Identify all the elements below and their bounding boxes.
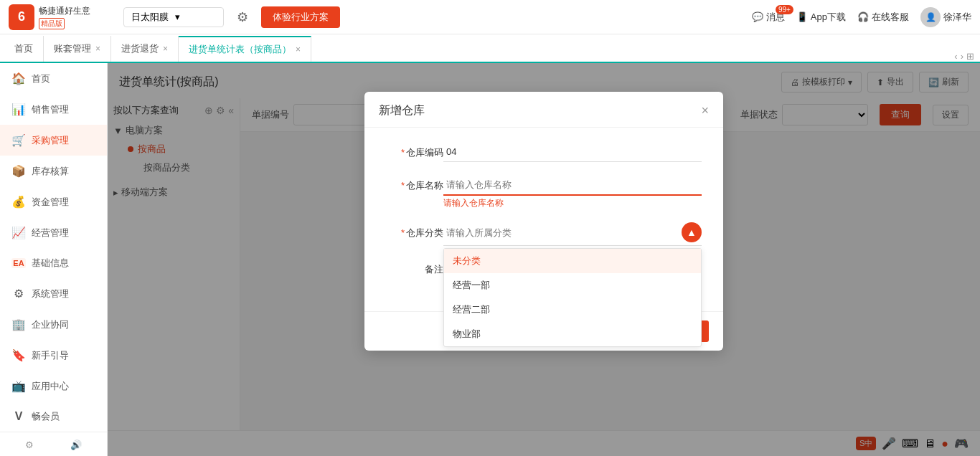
new-warehouse-dialog: 新增仓库 × 仓库编码 仓库名称 [364, 92, 723, 351]
tab-nav-left-icon[interactable]: ‹ [954, 51, 957, 62]
warehouse-name-row: 仓库名称 请输入仓库名称 [386, 175, 702, 209]
user-item[interactable]: 👤 徐泽华 [920, 7, 971, 27]
trial-button[interactable]: 体验行业方案 [261, 6, 340, 28]
sidebar-item-guide[interactable]: 🔖 新手引导 [0, 340, 107, 371]
tab-close-icon[interactable]: × [296, 44, 301, 54]
top-header: 6 畅捷通好生意 精品版 日太阳膜 ⚙ 体验行业方案 💬 消息 99+ 📱 Ap… [0, 0, 980, 34]
remark-label: 备注 [386, 259, 443, 276]
tab-close-icon[interactable]: × [95, 44, 100, 54]
category-dropdown: 未分类 经营一部 经营二部 物业部 [443, 248, 702, 347]
warehouse-name-error: 请输入仓库名称 [443, 197, 702, 209]
warehouse-category-label: 仓库分类 [386, 222, 443, 239]
category-input-wrapper: ▲ [443, 222, 702, 246]
category-option-dept1[interactable]: 经营一部 [444, 273, 701, 298]
purchase-icon: 🛒 [11, 133, 26, 147]
tab-purchase-return[interactable]: 进货退货 × [111, 36, 179, 62]
dialog-body: 仓库编码 仓库名称 请输入仓库名称 [364, 128, 723, 311]
sidebar-item-system[interactable]: ⚙ 系统管理 [0, 278, 107, 309]
settings-gear-icon[interactable]: ⚙ [25, 440, 34, 450]
sidebar-item-finance[interactable]: 💰 资金管理 [0, 186, 107, 217]
logo-text: 畅捷通好生意 精品版 [39, 5, 90, 29]
mobile-icon: 📱 [796, 11, 808, 22]
customer-service-item[interactable]: 🎧 在线客服 [857, 11, 909, 24]
sidebar-item-operation[interactable]: 📈 经营管理 [0, 217, 107, 248]
enterprise-icon: 🏢 [11, 318, 26, 331]
modal-overlay[interactable]: 新增仓库 × 仓库编码 仓库名称 [108, 63, 980, 456]
sidebar-item-home[interactable]: 🏠 首页 [0, 63, 107, 94]
finance-icon: 💰 [11, 195, 26, 209]
logo-icon: 6 [9, 4, 34, 30]
sidebar-item-basic[interactable]: EA 基础信息 [0, 248, 107, 278]
app-download-item[interactable]: 📱 App下载 [796, 11, 846, 24]
tab-account[interactable]: 账套管理 × [44, 36, 111, 62]
dialog-title: 新增仓库 [379, 103, 425, 118]
message-icon: 💬 [752, 11, 763, 22]
member-icon: V [11, 410, 26, 423]
dialog-close-button[interactable]: × [701, 103, 709, 118]
notification-item[interactable]: 💬 消息 99+ [752, 11, 785, 24]
sales-icon: 📊 [11, 103, 26, 116]
guide-icon: 🔖 [11, 348, 26, 362]
sidebar-item-apps[interactable]: 📺 应用中心 [0, 371, 107, 402]
category-input[interactable] [443, 224, 682, 241]
tab-purchase-stats[interactable]: 进货单统计表（按商品） × [179, 36, 311, 62]
sidebar-item-purchase[interactable]: 🛒 采购管理 [0, 125, 107, 156]
dialog-header: 新增仓库 × [364, 92, 723, 128]
tab-bar-actions: ‹ › ⊞ [954, 51, 980, 62]
tab-bar: 首页 账套管理 × 进货退货 × 进货单统计表（按商品） × ‹ › ⊞ [0, 34, 980, 63]
content-area: 进货单统计(按商品) 🖨 按模板打印 ⬆ 导出 🔄 刷新 [108, 63, 980, 456]
warehouse-name-label: 仓库名称 [386, 175, 443, 192]
speaker-icon[interactable]: 🔊 [70, 440, 82, 450]
tab-expand-icon[interactable]: ⊞ [966, 51, 974, 62]
category-toggle-button[interactable]: ▲ [682, 222, 702, 242]
inventory-icon: 📦 [11, 164, 26, 178]
warehouse-category-row: 仓库分类 ▲ 未分类 经营一部 经营二部 物业部 [386, 222, 702, 246]
apps-icon: 📺 [11, 379, 26, 393]
tab-close-icon[interactable]: × [163, 44, 168, 54]
store-selector[interactable]: 日太阳膜 [123, 7, 224, 27]
sidebar-item-sales[interactable]: 📊 销售管理 [0, 94, 107, 125]
sidebar-bottom: ⚙ 🔊 [0, 432, 107, 456]
sidebar: 🏠 首页 📊 销售管理 🛒 采购管理 📦 库存核算 💰 资金管理 📈 经营管理 … [0, 63, 108, 456]
operation-icon: 📈 [11, 226, 26, 239]
warehouse-category-field: ▲ 未分类 经营一部 经营二部 物业部 [443, 222, 702, 246]
home-icon: 🏠 [11, 72, 26, 85]
category-option-dept2[interactable]: 经营二部 [444, 298, 701, 322]
main-layout: 🏠 首页 📊 销售管理 🛒 采购管理 📦 库存核算 💰 资金管理 📈 经营管理 … [0, 63, 980, 456]
warehouse-code-field [443, 142, 702, 162]
tab-nav-right-icon[interactable]: › [961, 51, 963, 62]
sidebar-item-inventory[interactable]: 📦 库存核算 [0, 156, 107, 186]
sidebar-item-enterprise[interactable]: 🏢 企业协同 [0, 309, 107, 340]
basic-icon: EA [11, 258, 26, 268]
logo-area: 6 畅捷通好生意 精品版 [9, 4, 116, 30]
category-option-unclassified[interactable]: 未分类 [444, 249, 701, 273]
system-icon: ⚙ [11, 287, 26, 300]
warehouse-code-label: 仓库编码 [386, 142, 443, 159]
avatar: 👤 [920, 7, 941, 27]
header-right: 💬 消息 99+ 📱 App下载 🎧 在线客服 👤 徐泽华 [752, 7, 971, 27]
category-option-property[interactable]: 物业部 [444, 322, 701, 346]
warehouse-code-input[interactable] [443, 142, 702, 162]
sidebar-item-member[interactable]: V 畅会员 [0, 402, 107, 432]
headset-icon: 🎧 [857, 11, 869, 22]
warehouse-name-field: 请输入仓库名称 [443, 175, 702, 209]
warehouse-name-input[interactable] [443, 175, 702, 196]
settings-icon[interactable]: ⚙ [231, 6, 254, 29]
chevron-down-icon [175, 11, 216, 22]
tab-home[interactable]: 首页 [0, 36, 44, 62]
warehouse-code-row: 仓库编码 [386, 142, 702, 162]
notification-badge: 99+ [776, 5, 793, 14]
